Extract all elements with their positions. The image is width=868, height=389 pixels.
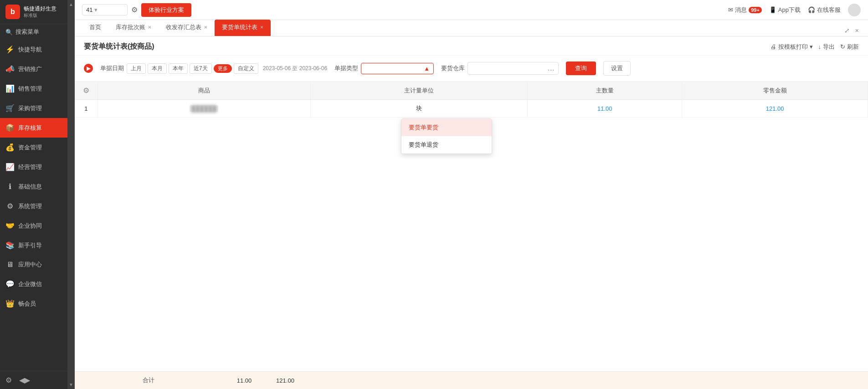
sidebar-item-purchase[interactable]: 🛒 采购管理: [0, 98, 67, 118]
sidebar-item-label: 系统管理: [18, 202, 42, 210]
tab-home-label: 首页: [89, 23, 101, 31]
sidebar-item-enterprise[interactable]: 🤝 企业协同: [0, 216, 67, 235]
print-chevron: ▾: [810, 43, 813, 50]
sidebar-settings-btn[interactable]: ⚙: [5, 376, 12, 384]
tab-order-stats[interactable]: 要货单统计表 ×: [215, 20, 271, 36]
sidebar-item-system[interactable]: ⚙ 系统管理: [0, 196, 67, 216]
sidebar-item-inventory[interactable]: 📦 库存核算: [0, 118, 67, 138]
sidebar-item-app-center[interactable]: 🖥 应用中心: [0, 255, 67, 274]
tab-order-stats-close[interactable]: ×: [260, 24, 263, 31]
tab-inventory-batch-close[interactable]: ×: [148, 24, 151, 31]
sidebar-logo: b 畅捷通好生意 标准版: [0, 0, 67, 24]
table-row: 1 ██████ 块 11.00 121.00: [75, 100, 868, 118]
type-dropdown: 要货单要货 要货单退货: [401, 118, 492, 154]
dropdown-item-1[interactable]: 要货单要货: [401, 119, 492, 136]
tab-order-stats-label: 要货单统计表: [222, 23, 257, 31]
tab-actions: ⤢ ×: [842, 25, 861, 36]
online-service-action[interactable]: 🎧 在线客服: [808, 6, 841, 14]
sales-icon: 📊: [5, 84, 15, 93]
scroll-up-arrow[interactable]: ▲: [69, 2, 73, 7]
system-icon: ⚙: [5, 202, 15, 210]
logo-text: 畅捷通好生意 标准版: [24, 5, 56, 19]
settings-icon: ⚙: [83, 87, 89, 94]
date-this-month-btn[interactable]: 本月: [148, 63, 167, 74]
sidebar-item-basic-info[interactable]: ℹ 基础信息: [0, 177, 67, 196]
sidebar-item-member[interactable]: 👑 畅会员: [0, 294, 67, 313]
settings-btn[interactable]: 设置: [603, 61, 631, 76]
quick-nav-icon: ⚡: [5, 45, 15, 54]
dropdown-item-2[interactable]: 要货单退货: [401, 136, 492, 154]
tab-collect-summary-close[interactable]: ×: [204, 24, 207, 31]
date-custom-btn[interactable]: 自定义: [234, 63, 258, 74]
store-selector[interactable]: 41 ▾: [82, 4, 128, 15]
main-area: 41 ▾ ⚙ 体验行业方案 ✉ 消息 99+ 📱 App下载 🎧 在线客服: [75, 0, 868, 389]
sidebar-item-guide[interactable]: 📚 新手引导: [0, 235, 67, 255]
user-avatar[interactable]: [848, 4, 861, 16]
page-header: 要货单统计表(按商品) 🖨 按模板打印 ▾ ↓ 导出 ↻ 刷新: [75, 36, 868, 56]
date-more-btn[interactable]: 更多: [214, 64, 232, 73]
date-last-7days-btn[interactable]: 近7天: [190, 63, 212, 74]
th-unit: 主计量单位: [310, 82, 528, 100]
type-select[interactable]: ▲: [361, 63, 434, 74]
query-btn[interactable]: 查询: [566, 61, 596, 75]
footer-quantity: 11.00: [217, 377, 262, 384]
sidebar-item-label: 新手引导: [18, 241, 42, 250]
table-footer: 合计 11.00 121.00: [75, 371, 868, 389]
tab-close-all-btn[interactable]: ×: [853, 25, 861, 36]
filter-expand-btn[interactable]: ▶: [84, 64, 93, 73]
th-product: 商品: [98, 82, 310, 100]
trial-btn[interactable]: 体验行业方案: [141, 3, 191, 17]
warehouse-select[interactable]: …: [467, 62, 559, 75]
sidebar-bottom: ⚙ ◀▶: [0, 371, 67, 389]
tab-collect-summary[interactable]: 收发存汇总表 ×: [159, 20, 215, 36]
warehouse-more-btn[interactable]: …: [547, 64, 555, 72]
scroll-down-arrow[interactable]: ▼: [69, 382, 73, 387]
message-action[interactable]: ✉ 消息 99+: [728, 6, 762, 14]
sidebar-item-sales[interactable]: 📊 销售管理: [0, 79, 67, 98]
date-this-year-btn[interactable]: 本年: [169, 63, 188, 74]
content-area: 要货单统计表(按商品) 🖨 按模板打印 ▾ ↓ 导出 ↻ 刷新: [75, 36, 868, 389]
headset-icon: 🎧: [808, 6, 815, 13]
search-menu-item[interactable]: 🔍 搜索菜单: [0, 24, 67, 40]
type-select-input[interactable]: [365, 65, 424, 72]
th-settings[interactable]: ⚙: [75, 82, 98, 100]
topbar-right: ✉ 消息 99+ 📱 App下载 🎧 在线客服: [728, 4, 861, 16]
sidebar-item-marketing[interactable]: 📣 营销推广: [0, 59, 67, 79]
logo-icon: b: [5, 5, 20, 19]
topbar-settings-icon[interactable]: ⚙: [131, 5, 138, 14]
row-quantity[interactable]: 11.00: [528, 100, 682, 118]
date-last-month-btn[interactable]: 上月: [127, 63, 146, 74]
page-actions: 🖨 按模板打印 ▾ ↓ 导出 ↻ 刷新: [770, 43, 859, 51]
tab-inventory-batch[interactable]: 库存批次账 ×: [108, 20, 159, 36]
tab-expand-btn[interactable]: ⤢: [842, 25, 852, 36]
sidebar-item-label: 快捷导航: [18, 46, 42, 54]
export-btn[interactable]: ↓ 导出: [818, 43, 835, 51]
tabs-bar: 首页 库存批次账 × 收发存汇总表 × 要货单统计表 × ⤢ ×: [75, 20, 868, 36]
basic-info-icon: ℹ: [5, 182, 15, 191]
row-index: 1: [75, 100, 98, 118]
app-download-icon: 📱: [769, 6, 776, 13]
message-icon: ✉: [728, 6, 733, 13]
warehouse-filter-label: 要货仓库: [441, 64, 465, 72]
inventory-icon: 📦: [5, 123, 15, 132]
sidebar-item-finance[interactable]: 💰 资金管理: [0, 138, 67, 157]
app-download-action[interactable]: 📱 App下载: [769, 6, 801, 14]
store-selector-chevron: ▾: [94, 6, 98, 13]
sidebar-scroll: ▲ ▼: [67, 0, 75, 389]
sidebar-collapse-btn[interactable]: ◀▶: [19, 376, 30, 384]
data-table: ⚙ 商品 主计量单位 主数量 零售金额 1 ██████: [75, 82, 868, 118]
sidebar-item-wechat[interactable]: 💬 企业微信: [0, 274, 67, 294]
row-amount[interactable]: 121.00: [682, 100, 868, 118]
print-btn[interactable]: 🖨 按模板打印 ▾: [770, 43, 813, 51]
sidebar-item-label: 基础信息: [18, 183, 42, 191]
search-icon: 🔍: [5, 29, 13, 36]
warehouse-filter-item: 要货仓库 …: [441, 62, 559, 75]
sidebar-item-operations[interactable]: 📈 经营管理: [0, 157, 67, 177]
refresh-btn[interactable]: ↻ 刷新: [840, 43, 859, 51]
print-label: 按模板打印: [778, 43, 808, 51]
online-service-label: 在线客服: [817, 6, 841, 14]
export-label: 导出: [823, 43, 835, 51]
tab-home[interactable]: 首页: [82, 20, 108, 36]
sidebar-item-label: 畅会员: [18, 300, 36, 308]
sidebar-item-quick-nav[interactable]: ⚡ 快捷导航: [0, 40, 67, 59]
